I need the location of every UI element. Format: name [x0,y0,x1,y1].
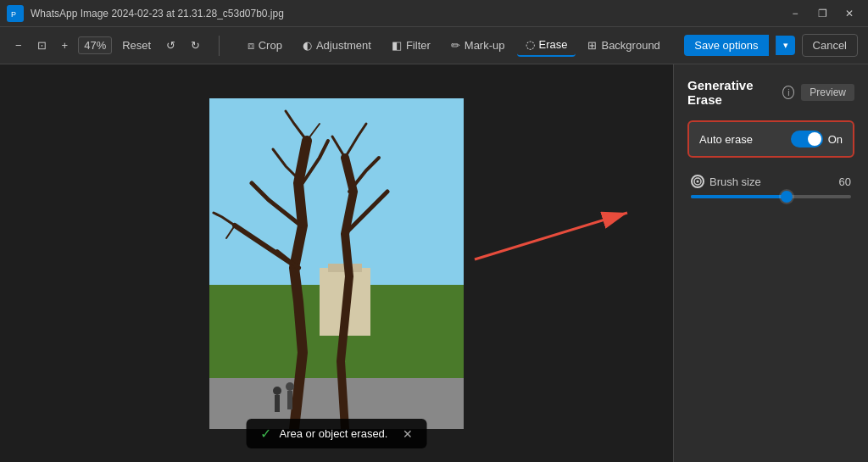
zoom-fit-button[interactable]: ⊡ [32,36,52,55]
filter-icon: ◧ [392,39,402,52]
redo-button[interactable]: ↻ [186,36,205,55]
adjustment-tool-button[interactable]: ◐ Adjustment [294,35,380,56]
background-icon: ⊞ [587,39,597,52]
brush-size-value: 60 [839,175,851,188]
erase-icon: ◌ [526,38,535,51]
toggle-on-label: On [828,133,843,146]
tool-buttons: ⧈ Crop ◐ Adjustment ◧ Filter ✏ Mark-up ◌… [226,34,681,57]
brush-size-label: Brush size [709,175,761,188]
background-tool-button[interactable]: ⊞ Background [579,35,668,56]
filter-tool-button[interactable]: ◧ Filter [383,35,439,56]
markup-tool-button[interactable]: ✏ Mark-up [442,35,514,56]
background-label: Background [601,39,659,52]
erase-tool-button[interactable]: ◌ Erase [517,34,576,57]
svg-point-14 [697,181,699,183]
brush-icon [691,175,704,188]
auto-erase-row: Auto erase On [687,120,854,158]
zoom-controls: − ⊡ + 47% Reset ↺ ↻ [10,36,205,55]
svg-text:P: P [11,10,16,19]
brush-size-slider-fill [691,195,787,198]
crop-tool-button[interactable]: ⧈ Crop [239,35,291,57]
svg-line-12 [475,213,627,259]
close-button[interactable]: ✕ [837,5,861,22]
brush-size-row: Brush size 60 [687,168,854,205]
toolbar: − ⊡ + 47% Reset ↺ ↻ ⧈ Crop ◐ Adjustment … [0,27,868,64]
info-icon[interactable]: i [782,86,794,99]
crop-icon: ⧈ [248,39,254,53]
toggle-knob [808,132,821,146]
right-panel: Generative Erase i Preview Auto erase On [673,64,868,462]
notification-bar: ✓ Area or object erased. ✕ [247,419,427,448]
restore-button[interactable]: ❐ [810,5,834,22]
brush-size-slider-track[interactable] [691,195,851,198]
notification-text: Area or object erased. [280,427,388,440]
canvas-area[interactable]: ✓ Area or object erased. ✕ [0,64,673,462]
zoom-out-button[interactable]: − [10,36,27,55]
preview-button[interactable]: Preview [801,84,854,101]
panel-title: Generative Erase [687,78,776,107]
undo-button[interactable]: ↺ [161,36,181,55]
brush-label-group: Brush size [691,175,761,188]
auto-erase-label: Auto erase [699,133,753,146]
adjustment-icon: ◐ [303,39,312,52]
window-title: WhatsApp Image 2024-02-23 at 21.31.28_c5… [31,8,284,19]
toolbar-right: Save options ▾ Cancel [684,34,858,57]
auto-erase-toggle[interactable] [791,131,823,148]
markup-icon: ✏ [451,39,460,52]
markup-label: Mark-up [465,39,505,52]
reset-button[interactable]: Reset [117,36,156,55]
adjustment-label: Adjustment [316,39,371,52]
main-area: ✓ Area or object erased. ✕ Generative Er… [0,64,868,462]
svg-rect-10 [287,391,292,409]
panel-header: Generative Erase i Preview [687,78,854,107]
photo-image [209,98,464,429]
brush-header: Brush size 60 [691,175,851,188]
crop-label: Crop [259,39,282,52]
toolbar-separator [219,36,220,56]
notification-check-icon: ✓ [260,426,271,442]
titlebar-left: P WhatsApp Image 2024-02-23 at 21.31.28_… [7,5,284,22]
filter-label: Filter [406,39,431,52]
app-icon: P [7,5,24,22]
cancel-button[interactable]: Cancel [802,34,858,57]
save-options-button[interactable]: Save options [684,35,768,56]
save-dropdown-button[interactable]: ▾ [776,36,795,55]
window-controls[interactable]: − ❐ ✕ [783,5,861,22]
svg-point-9 [286,382,294,391]
svg-rect-8 [275,395,280,412]
zoom-in-button[interactable]: + [57,36,74,55]
brush-size-slider-thumb[interactable] [781,191,793,203]
svg-point-7 [273,387,281,395]
notification-close-button[interactable]: ✕ [403,427,413,441]
minimize-button[interactable]: − [783,5,807,22]
erase-label: Erase [539,38,568,51]
photo-container [209,98,464,429]
auto-erase-toggle-group: On [791,131,843,148]
zoom-value-display: 47% [78,36,112,54]
titlebar: P WhatsApp Image 2024-02-23 at 21.31.28_… [0,0,868,27]
